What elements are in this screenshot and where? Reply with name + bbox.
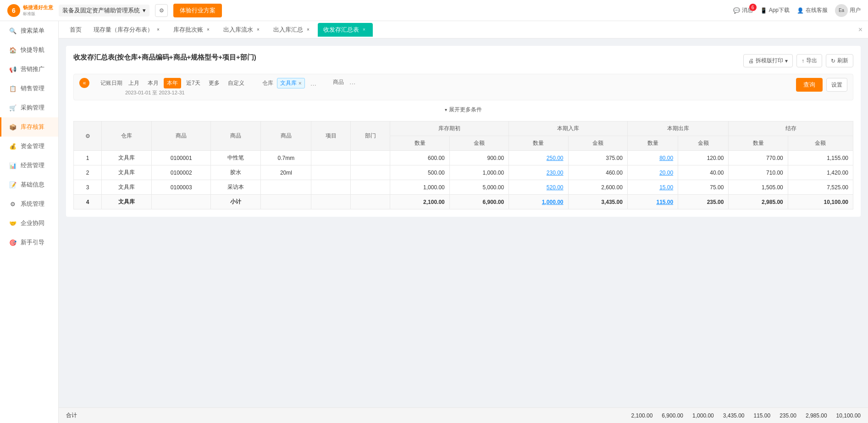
- cell-out-qty[interactable]: 15.00: [627, 180, 678, 195]
- cell-goods-spec: [261, 195, 311, 209]
- sidebar-enterprise-label: 企业协同: [21, 219, 44, 227]
- sidebar-item-sales[interactable]: 📋 销售管理: [0, 79, 58, 98]
- sidebar-item-quick-nav[interactable]: 🏠 快捷导航: [0, 40, 58, 60]
- cell-project: [311, 180, 351, 195]
- export-button[interactable]: ↑ 导出: [796, 54, 822, 67]
- sidebar-basic-info-label: 基础信息: [21, 181, 44, 189]
- phone-icon: 📱: [760, 7, 767, 14]
- th-settings[interactable]: ⚙: [74, 121, 102, 151]
- cell-goods-name: 胶水: [211, 165, 261, 180]
- tab-inout-flow[interactable]: 出入库流水 ×: [218, 23, 267, 37]
- system-title-text: 装备及固定资产辅助管理系统: [62, 6, 140, 15]
- settings-gear-button[interactable]: ⚙: [155, 4, 168, 17]
- sidebar-item-search[interactable]: 🔍 搜索菜单: [0, 21, 58, 40]
- app-download-button[interactable]: 📱 App下载: [760, 6, 790, 14]
- goods-more-button[interactable]: ...: [348, 78, 357, 86]
- date-btn-last-month[interactable]: 上月: [125, 78, 143, 88]
- cell-open-amt: 6,900.00: [449, 195, 509, 209]
- marketing-icon: 📢: [9, 65, 17, 73]
- warehouse-more-button[interactable]: ...: [309, 79, 318, 88]
- warehouse-tag-value: 文具库: [280, 79, 297, 87]
- online-service-button[interactable]: 👤 在线客服: [797, 6, 828, 14]
- expand-conditions-button[interactable]: ▾ 展开更多条件: [441, 104, 486, 115]
- sidebar-item-operations[interactable]: 📊 经营管理: [0, 156, 58, 175]
- th-goods-spec: 商品: [261, 121, 311, 151]
- trial-button[interactable]: 体验行业方案: [173, 4, 222, 17]
- tab-stock-summary-close[interactable]: ×: [361, 27, 367, 33]
- tab-stock-summary-label: 收发存汇总表: [323, 26, 359, 34]
- sidebar-item-guide[interactable]: 🎯 新手引导: [0, 233, 58, 252]
- th-outbound: 本期出库: [627, 121, 728, 136]
- cell-project: [311, 165, 351, 180]
- sidebar-item-system[interactable]: ⚙ 系统管理: [0, 194, 58, 214]
- cell-in-qty[interactable]: 230.00: [509, 165, 568, 180]
- th-dept: 部门: [351, 121, 390, 151]
- cell-in-amt: 460.00: [568, 165, 627, 180]
- cell-out-qty[interactable]: 20.00: [627, 165, 678, 180]
- notification-button[interactable]: 💬 消息 6: [733, 6, 753, 14]
- page-card: 收发存汇总表(按仓库+商品编码+商品+规格型号+项目+部门) 🖨 拆模版打印 ▾…: [66, 46, 861, 217]
- date-btn-this-year[interactable]: 本年: [164, 78, 181, 88]
- sidebar-search-label: 搜索菜单: [21, 27, 44, 35]
- tab-batch-account-close[interactable]: ×: [205, 27, 211, 33]
- cell-out-qty[interactable]: 115.00: [627, 195, 678, 209]
- cell-in-amt: 3,435.00: [568, 195, 627, 209]
- query-button[interactable]: 查询: [796, 78, 823, 92]
- th-in-qty: 数量: [509, 136, 568, 151]
- th-open-amt: 金额: [449, 136, 509, 151]
- th-close-amt: 金额: [788, 136, 853, 151]
- sidebar: 🔍 搜索菜单 🏠 快捷导航 📢 营销推广 📋 销售管理 🛒 采购管理 📦: [0, 21, 59, 423]
- cell-in-amt: 375.00: [568, 151, 627, 165]
- footer-out-amt: 235.00: [780, 412, 796, 419]
- data-table: ⚙ 仓库 商品 商品 商品 项目 部门 库存期初 本期入库: [73, 121, 853, 209]
- warehouse-tag-close-icon[interactable]: ×: [299, 80, 302, 87]
- tab-inout-summary-close[interactable]: ×: [305, 27, 311, 33]
- date-btn-7days[interactable]: 近7天: [183, 78, 204, 88]
- cell-open-qty: 500.00: [390, 165, 449, 180]
- cell-open-qty: 600.00: [390, 151, 449, 165]
- tab-home[interactable]: 首页: [64, 23, 87, 37]
- system-title-selector[interactable]: 装备及固定资产辅助管理系统 ▾: [59, 5, 149, 16]
- cell-in-qty[interactable]: 1,000.00: [509, 195, 568, 209]
- sidebar-item-marketing[interactable]: 📢 营销推广: [0, 60, 58, 79]
- tab-inout-summary[interactable]: 出入库汇总 ×: [268, 23, 317, 37]
- cell-out-qty[interactable]: 80.00: [627, 151, 678, 165]
- print-button[interactable]: 🖨 拆模版打印 ▾: [743, 54, 793, 67]
- sidebar-item-purchase[interactable]: 🛒 采购管理: [0, 98, 58, 117]
- notification-icon: 💬: [733, 7, 740, 14]
- cell-in-qty[interactable]: 520.00: [509, 180, 568, 195]
- date-btn-more[interactable]: 更多: [205, 78, 223, 88]
- sidebar-item-inventory[interactable]: 📦 库存核算: [0, 117, 58, 137]
- logo-icon: 6: [7, 4, 20, 17]
- tab-inout-flow-close[interactable]: ×: [255, 27, 261, 33]
- sidebar-item-basic-info[interactable]: 📝 基础信息: [0, 175, 58, 194]
- tab-stock-summary[interactable]: 收发存汇总表 ×: [318, 23, 373, 37]
- cell-in-qty[interactable]: 250.00: [509, 151, 568, 165]
- refresh-button[interactable]: ↻ 刷新: [826, 54, 853, 67]
- date-btn-custom[interactable]: 自定义: [225, 78, 248, 88]
- tab-close-all[interactable]: ×: [858, 26, 862, 34]
- footer-close-qty: 2,985.00: [806, 412, 827, 419]
- cell-dept: [351, 151, 390, 165]
- search-icon: 🔍: [9, 27, 17, 35]
- content-area: 首页 现存量（库存分布表） × 库存批次账 × 出入库流水 × 出入库汇总 ×: [59, 21, 868, 423]
- cell-warehouse: 文具库: [102, 151, 152, 165]
- cell-project: [311, 151, 351, 165]
- collapse-button[interactable]: «: [79, 78, 93, 88]
- expand-label: 展开更多条件: [449, 106, 482, 114]
- purchase-icon: 🛒: [9, 104, 17, 112]
- refresh-icon: ↻: [831, 58, 835, 64]
- date-btn-this-month[interactable]: 本月: [144, 78, 162, 88]
- user-menu-button[interactable]: Ea 用户: [835, 4, 861, 17]
- cell-out-amt: 40.00: [678, 165, 729, 180]
- filter-settings-button[interactable]: 设置: [826, 78, 847, 92]
- tab-batch-account[interactable]: 库存批次账 ×: [168, 23, 217, 37]
- sidebar-item-enterprise[interactable]: 🤝 企业协同: [0, 214, 58, 233]
- tab-inventory-dist-close[interactable]: ×: [155, 27, 161, 33]
- top-bar-right: 💬 消息 6 📱 App下载 👤 在线客服 Ea 用户: [733, 4, 861, 17]
- system-icon: ⚙: [9, 200, 17, 208]
- tab-inventory-dist[interactable]: 现存量（库存分布表） ×: [88, 23, 167, 37]
- avatar-text: Ea: [839, 8, 844, 13]
- sidebar-item-finance[interactable]: 💰 资金管理: [0, 137, 58, 156]
- close-all-icon[interactable]: ×: [858, 26, 862, 33]
